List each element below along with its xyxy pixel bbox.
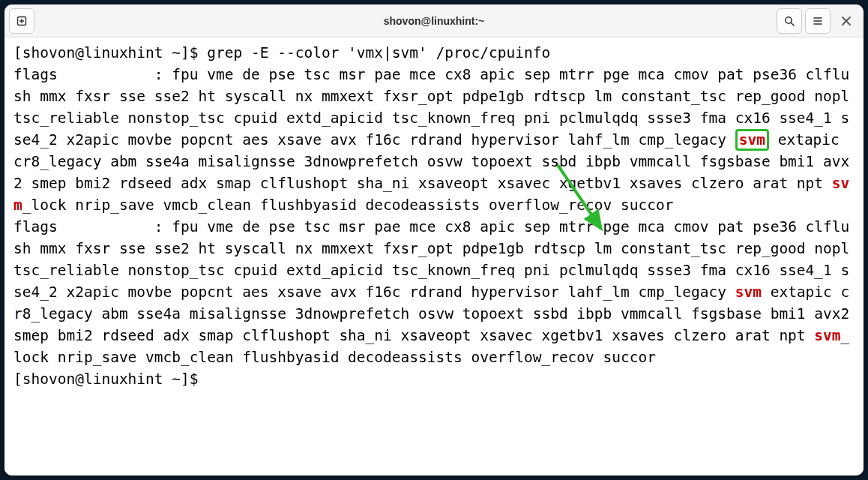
menu-button[interactable] bbox=[805, 8, 831, 34]
terminal-output[interactable]: [shovon@linuxhint ~]$ grep -E --color 'v… bbox=[4, 38, 864, 476]
flags-label: flags bbox=[13, 66, 58, 83]
highlighted-svm: svm bbox=[735, 129, 769, 151]
grep-match-svm-2: svm bbox=[735, 284, 762, 301]
svg-line-4 bbox=[791, 22, 794, 26]
prompt-2: [shovon@linuxhint ~]$ bbox=[13, 370, 207, 388]
grep-match-svm-lock-2: svm bbox=[814, 327, 840, 344]
grep-match-svm: svm bbox=[739, 131, 765, 148]
prompt: [shovon@linuxhint ~]$ bbox=[13, 44, 207, 62]
command-text: grep -E --color 'vmx|svm' /proc/cpuinfo bbox=[207, 44, 550, 62]
close-button[interactable] bbox=[834, 8, 859, 34]
flags-label-2: flags bbox=[13, 218, 58, 236]
window-title: shovon@linuxhint:~ bbox=[384, 15, 485, 27]
terminal-window: shovon@linuxhint:~ [shovon@linuxhint ~]$… bbox=[4, 4, 864, 476]
flags-text-1c: _lock nrip_save vmcb_clean flushbyasid d… bbox=[22, 196, 674, 214]
titlebar: shovon@linuxhint:~ bbox=[4, 4, 864, 38]
new-tab-button[interactable] bbox=[9, 8, 34, 34]
search-button[interactable] bbox=[777, 8, 802, 34]
